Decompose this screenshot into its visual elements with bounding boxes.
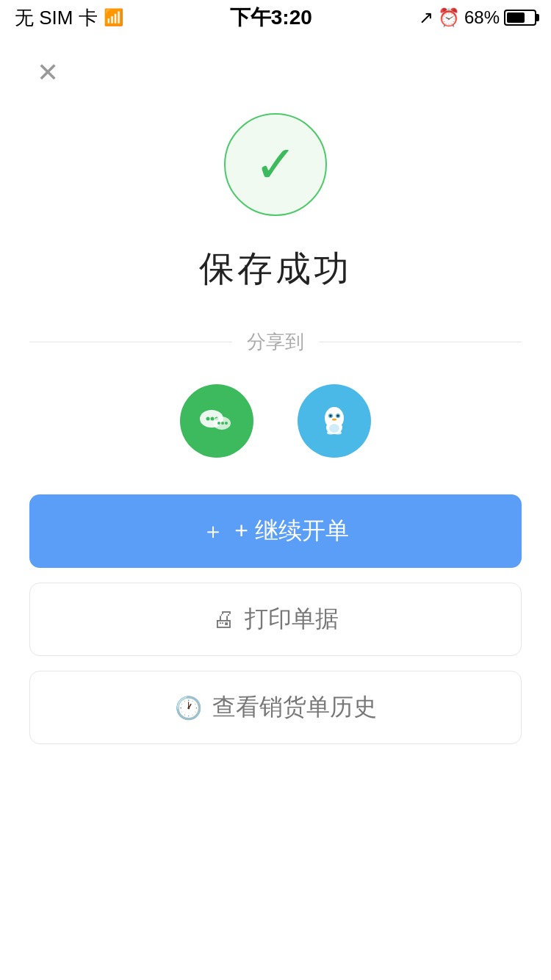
share-icons <box>29 384 522 458</box>
svg-point-5 <box>217 422 220 425</box>
battery-label: 68% <box>464 7 500 28</box>
page-content: ✕ ✓ 保存成功 分享到 <box>0 32 551 774</box>
actions: ＋ + 继续开单 🖨 打印单据 🕐 查看销货单历史 <box>29 494 522 744</box>
close-icon: ✕ <box>37 60 59 86</box>
printer-icon: 🖨 <box>212 607 234 632</box>
status-left: 无 SIM 卡 📶 <box>15 5 123 31</box>
success-section: ✓ 保存成功 <box>29 113 522 292</box>
wechat-share-button[interactable] <box>180 384 253 458</box>
qq-share-button[interactable] <box>298 384 371 458</box>
status-right: ↗ ⏰ 68% <box>419 7 536 28</box>
svg-point-7 <box>225 422 228 425</box>
share-label: 分享到 <box>232 329 319 355</box>
share-section: 分享到 <box>29 329 522 458</box>
svg-point-1 <box>206 417 210 421</box>
svg-point-11 <box>330 415 332 417</box>
success-title: 保存成功 <box>199 245 352 292</box>
status-bar: 无 SIM 卡 📶 下午3:20 ↗ ⏰ 68% <box>0 0 551 32</box>
wifi-icon: 📶 <box>104 8 123 27</box>
battery-icon <box>504 10 536 26</box>
qq-icon <box>314 401 354 441</box>
no-sim-label: 无 SIM 卡 <box>15 5 98 31</box>
close-button[interactable]: ✕ <box>29 54 66 91</box>
continue-button[interactable]: ＋ + 继续开单 <box>29 494 522 568</box>
svg-point-13 <box>332 419 336 421</box>
alarm-icon: ⏰ <box>438 7 460 28</box>
print-label: 打印单据 <box>245 603 339 635</box>
success-circle: ✓ <box>224 113 327 216</box>
status-time: 下午3:20 <box>230 4 312 32</box>
svg-point-12 <box>337 415 339 417</box>
svg-point-6 <box>221 422 224 425</box>
history-button[interactable]: 🕐 查看销货单历史 <box>29 671 522 744</box>
plus-icon: ＋ <box>202 516 224 547</box>
svg-point-17 <box>329 424 339 433</box>
history-label: 查看销货单历史 <box>212 691 377 724</box>
continue-label: + 继续开单 <box>234 515 349 547</box>
svg-point-2 <box>211 417 215 421</box>
location-icon: ↗ <box>419 7 433 28</box>
share-divider: 分享到 <box>29 329 522 355</box>
checkmark-icon: ✓ <box>254 139 298 190</box>
print-button[interactable]: 🖨 打印单据 <box>29 583 522 656</box>
wechat-icon <box>195 400 238 442</box>
clock-icon: 🕐 <box>175 695 202 721</box>
